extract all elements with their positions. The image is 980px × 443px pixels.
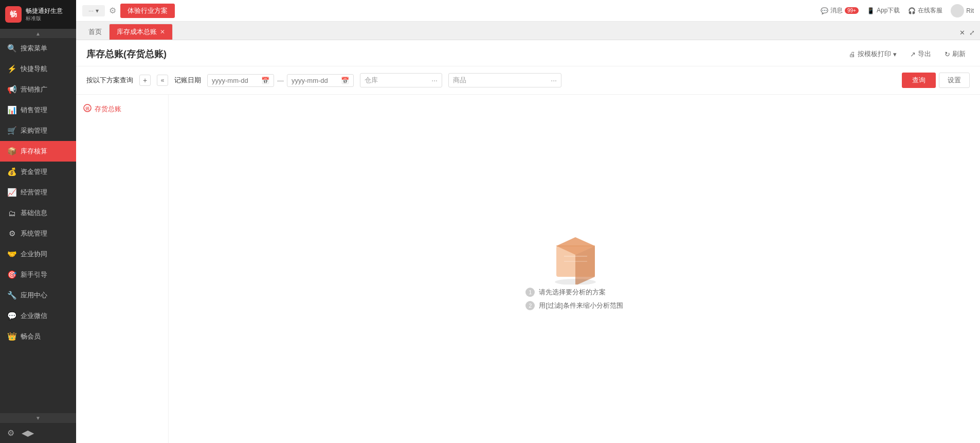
phone-icon: 📱: [867, 7, 875, 14]
date-start-field[interactable]: [212, 77, 258, 84]
sidebar: 畅 畅捷通好生意 标准版 ▲ 🔍 搜索菜单 ⚡ 快捷导航 📢 营销推广 📊 销售…: [0, 0, 76, 443]
tabbar: 首页 库存成本总账 ✕ ✕ ⤢: [76, 22, 980, 40]
inventory-icon: 📦: [7, 147, 16, 156]
empty-state: 1 请先选择要分析的方案 2 用[过滤]条件来缩小分析范围: [169, 95, 980, 443]
logo-icon: 畅: [5, 6, 22, 23]
sidebar-logo: 畅 畅捷通好生意 标准版: [0, 0, 76, 29]
online-service-label: 在线客服: [918, 6, 942, 15]
guide-icon: 🎯: [7, 270, 16, 279]
tab-close-all-icon[interactable]: ✕: [959, 29, 965, 37]
page-header: 库存总账(存货总账) 🖨 按模板打印 ▾ ↗ 导出 ↻ 刷新: [76, 40, 980, 66]
sidebar-item-label: 企业微信: [21, 311, 47, 321]
sidebar-item-label: 营销推广: [21, 85, 47, 94]
avatar: [951, 4, 964, 17]
query-button[interactable]: 查询: [902, 73, 936, 88]
sidebar-item-guide[interactable]: 🎯 新手引导: [0, 264, 76, 285]
filter-collapse-btn[interactable]: «: [157, 75, 168, 86]
export-icon: ↗: [910, 50, 916, 58]
sidebar-item-search[interactable]: 🔍 搜索菜单: [0, 38, 76, 59]
sales-icon: 📊: [7, 105, 16, 115]
refresh-btn[interactable]: ↻ 刷新: [940, 47, 970, 61]
sidebar-item-system[interactable]: ⚙ 系统管理: [0, 223, 76, 244]
message-label: 消息: [830, 6, 843, 15]
export-label: 导出: [918, 49, 931, 59]
industry-btn[interactable]: 体验行业方案: [120, 4, 175, 18]
calendar-icon-2[interactable]: 📅: [341, 77, 349, 84]
tab-close-icon[interactable]: ✕: [160, 29, 165, 35]
sidebar-item-label: 新手引导: [21, 270, 47, 279]
sidebar-item-operation[interactable]: 📈 经营管理: [0, 182, 76, 203]
date-end-input[interactable]: 📅: [287, 74, 354, 87]
scheme-sidebar: 账 存货总账: [76, 95, 169, 443]
sidebar-item-member[interactable]: 👑 畅会员: [0, 326, 76, 347]
sidebar-item-quick-nav[interactable]: ⚡ 快捷导航: [0, 59, 76, 79]
sidebar-item-basic[interactable]: 🗂 基础信息: [0, 203, 76, 223]
print-btn[interactable]: 🖨 按模板打印 ▾: [845, 47, 901, 61]
filter-add-btn[interactable]: +: [139, 75, 151, 86]
sidebar-item-finance[interactable]: 💰 资金管理: [0, 162, 76, 182]
user-info[interactable]: Rit: [951, 4, 974, 17]
warehouse-more-icon[interactable]: ···: [431, 76, 438, 84]
sidebar-item-label: 快捷导航: [21, 64, 47, 74]
tab-expand-icon[interactable]: ⤢: [969, 29, 975, 37]
quick-nav-icon: ⚡: [7, 64, 16, 74]
collapse-footer-icon[interactable]: ◀▶: [22, 428, 34, 438]
svg-text:账: 账: [85, 106, 90, 111]
calendar-icon[interactable]: 📅: [261, 77, 269, 84]
sidebar-item-label: 经营管理: [21, 188, 47, 197]
scheme-item-inventory[interactable]: 账 存货总账: [76, 100, 168, 118]
gear-icon[interactable]: ⚙: [109, 6, 116, 15]
date-end-field[interactable]: [292, 77, 338, 84]
tip-text-2: 用[过滤]条件来缩小分析范围: [539, 301, 623, 310]
sidebar-item-label: 基础信息: [21, 208, 47, 218]
sidebar-footer: ⚙ ◀▶: [0, 422, 76, 443]
tab-inventory-label: 库存成本总账: [117, 27, 157, 37]
settings-button[interactable]: 设置: [939, 73, 970, 88]
empty-tip-1: 1 请先选择要分析的方案: [525, 288, 623, 297]
sidebar-scroll-down[interactable]: ▼: [0, 413, 76, 422]
sidebar-item-app-center[interactable]: 🔧 应用中心: [0, 285, 76, 306]
date-start-input[interactable]: 📅: [207, 74, 274, 87]
app-center-icon: 🔧: [7, 291, 16, 300]
sidebar-item-purchase[interactable]: 🛒 采购管理: [0, 120, 76, 141]
sidebar-item-sales[interactable]: 📊 销售管理: [0, 100, 76, 120]
sidebar-item-wechat[interactable]: 💬 企业微信: [0, 306, 76, 326]
empty-illustration: [543, 228, 605, 279]
filter-bar: 按以下方案查询 + « 记账日期 📅 — 📅 仓库 ··· 商品: [76, 66, 980, 95]
sidebar-item-inventory[interactable]: 📦 库存核算: [0, 141, 76, 162]
sidebar-scroll-up[interactable]: ▲: [0, 29, 76, 38]
app-download-btn[interactable]: 📱 App下载: [867, 6, 900, 15]
tab-inventory-ledger[interactable]: 库存成本总账 ✕: [109, 24, 173, 40]
empty-tips: 1 请先选择要分析的方案 2 用[过滤]条件来缩小分析范围: [525, 288, 623, 310]
tab-right-icons: ✕ ⤢: [959, 29, 975, 37]
message-badge: 99+: [845, 7, 859, 14]
sidebar-item-enterprise[interactable]: 🤝 企业协同: [0, 244, 76, 264]
tab-home[interactable]: 首页: [81, 24, 109, 40]
refresh-icon: ↻: [945, 50, 950, 58]
warehouse-select[interactable]: 仓库 ···: [360, 73, 442, 87]
sidebar-item-label: 系统管理: [21, 229, 47, 238]
message-btn[interactable]: 💬 消息 99+: [821, 6, 859, 15]
main-content: ··· ▾ ⚙ 体验行业方案 💬 消息 99+ 📱 App下载 🎧 在线客服: [76, 0, 980, 443]
tip-num-2: 2: [525, 301, 535, 310]
online-service-btn[interactable]: 🎧 在线客服: [908, 6, 942, 15]
sidebar-item-marketing[interactable]: 📢 营销推广: [0, 79, 76, 100]
export-btn[interactable]: ↗ 导出: [906, 47, 935, 61]
settings-footer-icon[interactable]: ⚙: [7, 428, 14, 438]
sidebar-item-label: 搜索菜单: [21, 44, 47, 53]
username: Rit: [966, 7, 974, 14]
goods-select[interactable]: 商品 ···: [448, 73, 561, 87]
page-header-actions: 🖨 按模板打印 ▾ ↗ 导出 ↻ 刷新: [845, 47, 970, 61]
goods-more-icon[interactable]: ···: [551, 76, 557, 84]
breadcrumb[interactable]: ··· ▾: [82, 5, 105, 16]
marketing-icon: 📢: [7, 85, 16, 94]
chevron-down-icon[interactable]: ▾: [893, 50, 897, 58]
topbar-left: ··· ▾ ⚙ 体验行业方案: [82, 4, 816, 18]
goods-label: 商品: [453, 76, 549, 85]
scheme-item-label: 存货总账: [95, 104, 121, 114]
chevron-down-icon: ▾: [96, 7, 99, 14]
member-icon: 👑: [7, 332, 16, 341]
topbar: ··· ▾ ⚙ 体验行业方案 💬 消息 99+ 📱 App下载 🎧 在线客服: [76, 0, 980, 22]
operation-icon: 📈: [7, 188, 16, 197]
system-icon: ⚙: [7, 229, 16, 238]
